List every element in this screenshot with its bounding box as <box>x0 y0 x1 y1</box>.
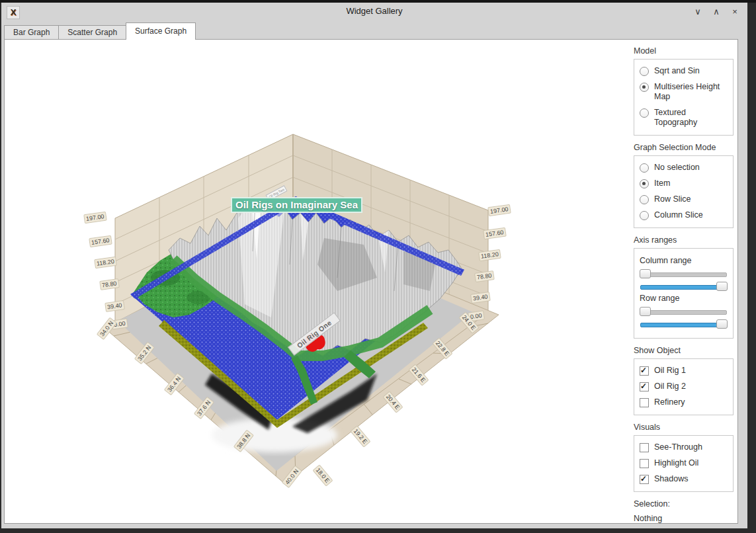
model-group-label: Model <box>634 46 734 56</box>
checkbox-checked-icon[interactable] <box>640 475 649 484</box>
checkbox-see-through[interactable]: See-Through <box>640 442 728 452</box>
surface-graph-page: 197.00 157.60 118.20 78.80 39.40 0.00 19… <box>4 39 738 524</box>
row-range-max-slider[interactable] <box>640 319 728 330</box>
visuals-group-label: Visuals <box>634 423 734 432</box>
radio-icon[interactable] <box>640 195 649 204</box>
radio-icon[interactable] <box>640 163 649 173</box>
radio-column-slice[interactable]: Column Slice <box>640 210 728 220</box>
column-range-label: Column range <box>640 256 728 265</box>
radio-selected-icon[interactable] <box>640 83 649 92</box>
row-range-min-slider[interactable] <box>640 306 728 317</box>
checkbox-oil-rig-2[interactable]: Oil Rig 2 <box>640 382 728 391</box>
radio-icon[interactable] <box>640 211 649 220</box>
show-object-group: Oil Rig 1 Oil Rig 2 Refinery <box>634 358 734 415</box>
control-sidebar: Model Sqrt and Sin Multiseries Height Ma… <box>628 40 737 523</box>
radio-textured-topography[interactable]: Textured Topography <box>640 108 728 128</box>
checkbox-icon[interactable] <box>640 398 649 407</box>
minimize-button[interactable]: ∨ <box>692 5 704 19</box>
selection-mode-group-label: Graph Selection Mode <box>634 143 734 152</box>
checkbox-icon[interactable] <box>640 459 649 468</box>
checkbox-icon[interactable] <box>640 443 649 452</box>
title-bar[interactable]: X Widget Gallery ∨ ∧ × <box>1 3 747 22</box>
app-window: X Widget Gallery ∨ ∧ × Bar Graph Scatter… <box>1 3 747 528</box>
radio-icon[interactable] <box>640 67 649 76</box>
tab-bar-graph[interactable]: Bar Graph <box>4 25 59 40</box>
slider-handle[interactable] <box>640 307 651 316</box>
radio-selected-icon[interactable] <box>640 179 649 188</box>
checkbox-oil-rig-1[interactable]: Oil Rig 1 <box>640 366 728 376</box>
selection-label: Selection: <box>634 499 734 509</box>
slider-handle[interactable] <box>716 319 728 329</box>
tab-surface-graph[interactable]: Surface Graph <box>126 22 196 40</box>
row-range-label: Row range <box>640 294 728 303</box>
radio-row-slice[interactable]: Row Slice <box>640 194 728 204</box>
visuals-group: See-Through Highlight Oil Shadows <box>634 435 734 492</box>
show-object-group-label: Show Object <box>634 346 734 355</box>
slider-handle[interactable] <box>640 269 651 278</box>
selection-value: Nothing <box>634 514 734 523</box>
checkbox-shadows[interactable]: Shadows <box>640 474 728 484</box>
radio-multiseries-height-map[interactable]: Multiseries Height Map <box>640 82 728 102</box>
slider-groove[interactable] <box>640 272 727 277</box>
slider-handle[interactable] <box>716 282 728 291</box>
column-range-max-slider[interactable] <box>640 281 728 292</box>
radio-icon[interactable] <box>640 108 649 118</box>
slider-groove-filled[interactable] <box>640 285 727 290</box>
axis-ranges-group: Column range Row range <box>634 248 734 339</box>
chart-title: Oil Rigs on Imaginary Sea <box>231 197 362 213</box>
surface-chart-viewport[interactable]: 197.00 157.60 118.20 78.80 39.40 0.00 19… <box>5 40 628 523</box>
axis-ranges-group-label: Axis ranges <box>634 235 734 245</box>
maximize-button[interactable]: ∧ <box>710 5 722 19</box>
checkbox-checked-icon[interactable] <box>640 366 649 376</box>
radio-sqrt-and-sin[interactable]: Sqrt and Sin <box>640 66 728 76</box>
model-group: Sqrt and Sin Multiseries Height Map Text… <box>634 59 734 136</box>
selection-mode-group: No selection Item Row Slice Column Slice <box>634 155 734 228</box>
radio-item[interactable]: Item <box>640 179 728 188</box>
checkbox-refinery[interactable]: Refinery <box>640 397 728 407</box>
slider-groove-filled[interactable] <box>640 323 727 327</box>
slider-groove[interactable] <box>640 310 727 315</box>
checkbox-highlight-oil[interactable]: Highlight Oil <box>640 458 728 468</box>
tab-bar: Bar Graph Scatter Graph Surface Graph <box>4 22 738 40</box>
close-button[interactable]: × <box>729 5 741 19</box>
window-title: Widget Gallery <box>1 6 747 16</box>
column-range-min-slider[interactable] <box>640 268 728 280</box>
checkbox-checked-icon[interactable] <box>640 382 649 391</box>
radio-no-selection[interactable]: No selection <box>640 163 728 173</box>
tab-scatter-graph[interactable]: Scatter Graph <box>58 25 126 40</box>
